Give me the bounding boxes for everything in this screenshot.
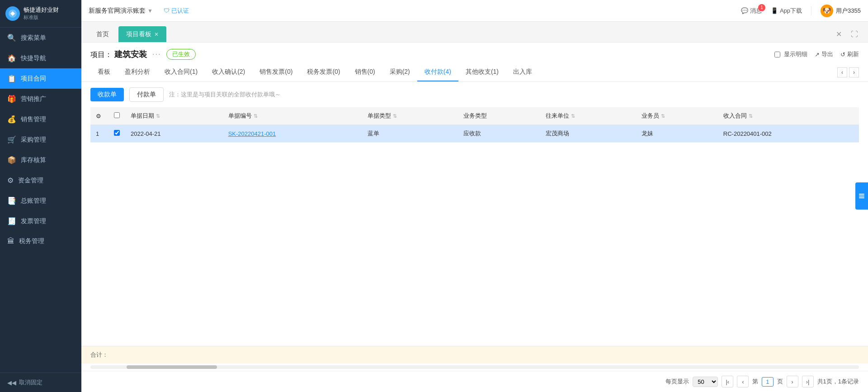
page-next-btn[interactable]: › [787, 376, 798, 387]
table-header: ⚙ 单据日期⇅ 单据编号⇅ 单据类型⇅ 业务类型 往来单位⇅ 业务员⇅ 收入合同… [90, 107, 859, 125]
account-chevron-icon: ▼ [147, 8, 153, 14]
sub-tab-4[interactable]: 销售发票(0) [252, 63, 300, 81]
scrollbar-thumb[interactable] [127, 365, 217, 369]
sidebar-item-6[interactable]: 📦库存核算 [0, 150, 81, 170]
sub-tabs-next[interactable]: › [849, 67, 859, 77]
sub-tabs: 看板盈利分析收入合同(1)收入确认(2)销售发票(0)税务发票(0)销售(0)采… [81, 63, 868, 82]
sidebar-label-4: 销售管理 [21, 115, 46, 124]
sidebar-item-0[interactable]: 🔍搜索菜单 [0, 28, 81, 48]
th-settings[interactable]: ⚙ [90, 107, 108, 125]
sub-tab-0[interactable]: 看板 [90, 63, 118, 81]
th-number: 单据编号⇅ [223, 107, 363, 125]
sub-tab-1[interactable]: 盈利分析 [118, 63, 157, 81]
row-checkbox-0[interactable] [114, 130, 120, 136]
table-row[interactable]: 1 2022-04-21 SK-20220421-001 蓝单 应收款 宏茂商场… [90, 125, 859, 143]
user-menu[interactable]: 🐶 用户3355 [821, 5, 861, 17]
sub-tab-10[interactable]: 出入库 [506, 63, 539, 81]
shield-icon: 🛡 [164, 7, 170, 14]
page-prev-btn[interactable]: ‹ [737, 376, 749, 387]
td-number[interactable]: SK-20220421-001 [223, 125, 363, 143]
show-detail-checkbox[interactable] [774, 52, 780, 57]
right-side-panel-toggle[interactable] [855, 182, 868, 210]
unpin-icon: ◀◀ [7, 379, 16, 386]
show-detail-action[interactable]: 显示明细 [774, 50, 807, 58]
pagination: 每页显示 50 20 100 |‹ ‹ 第 1 页 › ›| 共1页，1条记录 [81, 371, 868, 392]
sub-tab-2[interactable]: 收入合同(1) [157, 63, 205, 81]
sidebar-item-10[interactable]: 🏛税务管理 [0, 231, 81, 251]
show-detail-label: 显示明细 [784, 50, 807, 58]
app-title-block: 畅捷通好业财 标准版 [24, 6, 59, 21]
export-icon: ↗ [815, 51, 820, 58]
page-first-btn[interactable]: |‹ [722, 376, 733, 387]
project-name: 建筑安装 [114, 50, 147, 59]
th-salesman: 业务员⇅ [636, 107, 718, 125]
unpin-label: 取消固定 [19, 378, 42, 387]
sidebar-item-2[interactable]: 📋项目合同 [0, 68, 81, 89]
sub-tabs-prev[interactable]: ‹ [837, 67, 847, 77]
sidebar-icon-8: 📑 [7, 196, 16, 205]
main-area: 新服务官网演示账套 ▼ 🛡 已认证 💬 消息 1 📱 App下载 🐶 用户335… [81, 0, 868, 392]
per-page-select[interactable]: 50 20 100 [693, 377, 718, 387]
sub-tab-5[interactable]: 税务发票(0) [300, 63, 347, 81]
certified-label: 已认证 [171, 7, 189, 15]
scrollbar-track [90, 365, 859, 369]
messages-button[interactable]: 💬 消息 1 [741, 7, 762, 15]
tab-bar: 首页 项目看板 ✕ ✕ ⛶ [81, 22, 868, 43]
sidebar-icon-7: ⚙ [7, 176, 14, 185]
sub-tab-3[interactable]: 收入确认(2) [205, 63, 252, 81]
sidebar-label-6: 库存核算 [21, 156, 46, 164]
td-contract: RC-20220401-002 [718, 125, 859, 143]
topbar-divider [811, 6, 811, 15]
tab-home[interactable]: 首页 [89, 26, 117, 42]
td-salesman: 龙妹 [636, 125, 718, 143]
messages-badge: 1 [758, 4, 765, 11]
select-all-checkbox[interactable] [114, 112, 120, 118]
message-icon: 💬 [741, 7, 748, 14]
window-expand-icon[interactable]: ⛶ [848, 29, 861, 39]
td-type: 蓝单 [362, 125, 458, 143]
sidebar: 畅捷通好业财 标准版 🔍搜索菜单🏠快捷导航📋项目合同🎁营销推广💰销售管理🛒采购管… [0, 0, 81, 392]
payment-note: 注：这里是与项目关联的全部收付款单哦～ [169, 91, 281, 99]
payment-btn[interactable]: 付款单 [129, 87, 164, 102]
receive-btn[interactable]: 收款单 [90, 88, 124, 101]
td-number-link[interactable]: SK-20220421-001 [228, 130, 276, 137]
sidebar-item-4[interactable]: 💰销售管理 [0, 109, 81, 129]
sidebar-item-7[interactable]: ⚙资金管理 [0, 170, 81, 191]
sub-tab-7[interactable]: 采购(2) [382, 63, 417, 81]
app-name: 畅捷通好业财 [24, 6, 59, 14]
sidebar-item-3[interactable]: 🎁营销推广 [0, 89, 81, 109]
sidebar-icon-3: 🎁 [7, 95, 16, 103]
td-date: 2022-04-21 [125, 125, 223, 143]
sidebar-icon-10: 🏛 [7, 237, 14, 245]
account-selector[interactable]: 新服务官网演示账套 ▼ [89, 7, 153, 15]
sub-tab-6[interactable]: 销售(0) [348, 63, 382, 81]
sidebar-label-1: 快捷导航 [21, 54, 46, 62]
tab-close-icon[interactable]: ✕ [154, 31, 159, 38]
export-action[interactable]: ↗ 导出 [815, 50, 833, 58]
refresh-action[interactable]: ↺ 刷新 [840, 50, 859, 58]
sidebar-item-1[interactable]: 🏠快捷导航 [0, 48, 81, 68]
topbar: 新服务官网演示账套 ▼ 🛡 已认证 💬 消息 1 📱 App下载 🐶 用户335… [81, 0, 868, 22]
app-edition: 标准版 [24, 14, 59, 21]
sidebar-item-9[interactable]: 🧾发票管理 [0, 211, 81, 231]
per-page-label: 每页显示 [665, 378, 689, 386]
sidebar-footer-unpin[interactable]: ◀◀ 取消固定 [0, 373, 81, 392]
window-close-icon[interactable]: ✕ [833, 29, 844, 39]
project-more-button[interactable]: ··· [152, 50, 161, 58]
table-body: 1 2022-04-21 SK-20220421-001 蓝单 应收款 宏茂商场… [90, 125, 859, 143]
sidebar-item-5[interactable]: 🛒采购管理 [0, 129, 81, 150]
account-name: 新服务官网演示账套 [89, 7, 146, 15]
th-type: 单据类型⇅ [362, 107, 458, 125]
sidebar-item-8[interactable]: 📑总账管理 [0, 191, 81, 211]
sidebar-icon-2: 📋 [7, 74, 16, 83]
page-last-btn[interactable]: ›| [802, 376, 814, 387]
sub-tab-8[interactable]: 收付款(4) [417, 63, 458, 81]
tab-project-board[interactable]: 项目看板 ✕ [118, 26, 166, 42]
sidebar-icon-4: 💰 [7, 115, 16, 124]
app-download-button[interactable]: 📱 App下载 [771, 7, 802, 15]
project-label: 项目： [90, 51, 112, 58]
sidebar-label-10: 税务管理 [19, 237, 44, 245]
sub-tab-9[interactable]: 其他收支(1) [458, 63, 506, 81]
summary-row: 合计： [81, 346, 868, 363]
th-check [108, 107, 125, 125]
